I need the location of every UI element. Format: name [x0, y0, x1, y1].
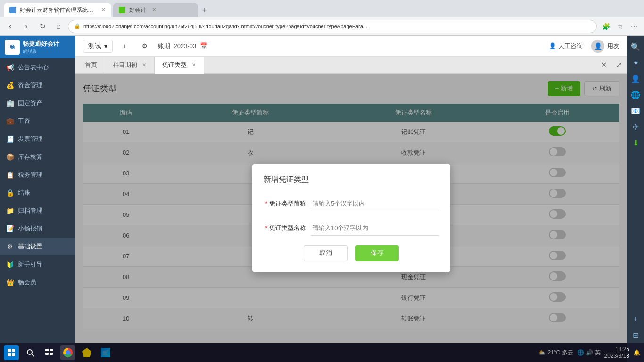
sidebar-item-expense[interactable]: 📝 小畅报销 — [0, 220, 75, 238]
modal-overlay: 新增凭证类型 凭证类型简称 凭证类型名称 取消 保存 — [75, 74, 627, 362]
security-icon: 🔒 — [74, 23, 81, 29]
invoice-icon: 🧾 — [6, 135, 14, 143]
right-outlook-icon[interactable]: 📧 — [628, 104, 643, 118]
logo-text: 畅 — [10, 44, 15, 50]
right-grid-icon[interactable]: ⊞ — [628, 328, 643, 342]
sidebar-item-label-payroll: 工资 — [18, 117, 30, 125]
tab-home-label: 首页 — [85, 61, 97, 69]
tax-icon: 📋 — [6, 171, 14, 179]
taskbar-search-button[interactable] — [23, 345, 38, 360]
user-avatar: 👤 — [591, 40, 604, 53]
sidebar-item-guide[interactable]: 🔰 新手引导 — [0, 255, 75, 273]
new-tab-button[interactable]: + — [198, 4, 211, 17]
tab-title-1: 好会计云财务软件管理系统_会计 — [20, 6, 95, 14]
sidebar-item-archive[interactable]: 📁 归档管理 — [0, 202, 75, 220]
home-button[interactable]: ⌂ — [52, 20, 65, 33]
sidebar-logo: 畅 — [5, 40, 20, 55]
svg-rect-0 — [8, 349, 11, 352]
add-voucher-type-modal: 新增凭证类型 凭证类型简称 凭证类型名称 取消 保存 — [252, 164, 450, 272]
taskbar-task-view-button[interactable] — [41, 345, 57, 360]
taskbar-chrome-button[interactable] — [60, 345, 75, 360]
tab-voucher-type[interactable]: 凭证类型 ✕ — [155, 57, 204, 74]
name-input[interactable] — [311, 221, 439, 236]
forward-button[interactable]: › — [20, 20, 33, 33]
svg-point-4 — [27, 350, 32, 354]
period-label: 账期 — [158, 42, 170, 50]
sidebar-item-close[interactable]: 🔒 结账 — [0, 184, 75, 202]
tab-close-2[interactable]: ✕ — [152, 7, 157, 13]
capital-icon: 💰 — [6, 81, 14, 90]
notification-button[interactable]: 🔔 — [633, 349, 640, 356]
svg-rect-8 — [45, 353, 49, 355]
tab-voucher-type-close[interactable]: ✕ — [191, 62, 196, 68]
inventory-icon: 📦 — [6, 153, 14, 161]
right-star-icon[interactable]: ✦ — [628, 56, 643, 70]
company-selector[interactable]: 测试 ▾ — [83, 40, 113, 53]
extensions-button[interactable]: 🧩 — [600, 20, 612, 33]
modal-footer: 取消 保存 — [264, 245, 439, 261]
tab-home[interactable]: 首页 — [77, 57, 105, 74]
sidebar-item-fixed-assets[interactable]: 🏢 固定资产 — [0, 94, 75, 112]
app-container: 畅 畅捷通好会计 旗舰版 📢 公告表中心 💰 资金管理 🏢 固定资产 💼 — [0, 36, 644, 362]
svg-rect-3 — [12, 353, 15, 356]
save-button[interactable]: 保存 — [355, 245, 399, 261]
sidebar-item-label-tax: 税务管理 — [18, 171, 42, 179]
favorites-button[interactable]: ☆ — [614, 20, 626, 33]
sidebar-item-invoice[interactable]: 🧾 发票管理 — [0, 130, 75, 148]
tab-bar: 好会计云财务软件管理系统_会计 ✕ 好会计 ✕ + — [0, 0, 644, 17]
tab-subject[interactable]: 科目期初 ✕ — [105, 57, 155, 74]
right-add-icon[interactable]: + — [628, 312, 643, 326]
browser-tab-2[interactable]: 好会计 ✕ — [113, 3, 198, 17]
tab-close-1[interactable]: ✕ — [101, 7, 106, 13]
abbr-input[interactable] — [311, 196, 439, 211]
sidebar-item-label-settings: 基础设置 — [18, 242, 42, 251]
fixed-assets-icon: 🏢 — [6, 99, 14, 107]
form-row-abbr: 凭证类型简称 — [264, 196, 439, 211]
sidebar-item-member[interactable]: 👑 畅会员 — [0, 273, 75, 291]
consult-label: 人工咨询 — [558, 42, 583, 50]
back-button[interactable]: ‹ — [4, 20, 17, 33]
tab-title-2: 好会计 — [129, 6, 146, 14]
consult-button[interactable]: 👤 人工咨询 — [544, 40, 587, 52]
sidebar-item-capital[interactable]: 💰 资金管理 — [0, 76, 75, 94]
sidebar-item-payroll[interactable]: 💼 工资 — [0, 112, 75, 130]
minimize-panel-button[interactable]: ✕ — [597, 58, 610, 72]
url-bar[interactable]: 🔒 https://cloud2.chanjet.com/accounting/… — [68, 20, 597, 33]
add-company-button[interactable]: + — [118, 41, 132, 51]
browser-tab-1[interactable]: 好会计云财务软件管理系统_会计 ✕ — [4, 3, 111, 17]
period-display: 账期 2023-03 📅 — [158, 42, 208, 50]
expense-icon: 📝 — [6, 224, 14, 233]
form-label-abbr: 凭证类型简称 — [264, 199, 311, 208]
member-icon: 👑 — [6, 278, 14, 287]
sidebar-item-label-expense: 小畅报销 — [18, 224, 42, 233]
settings-header-button[interactable]: ⚙ — [137, 41, 152, 51]
sidebar-item-inventory[interactable]: 📦 库存核算 — [0, 148, 75, 166]
right-send-icon[interactable]: ✈ — [628, 120, 643, 134]
tab-favicon-2 — [119, 7, 125, 13]
consult-icon: 👤 — [549, 42, 556, 49]
address-bar: ‹ › ↻ ⌂ 🔒 https://cloud2.chanjet.com/acc… — [0, 17, 644, 36]
sidebar-item-settings[interactable]: ⚙ 基础设置 — [0, 238, 75, 255]
sidebar-item-label-inventory: 库存核算 — [18, 153, 42, 161]
gear-icon: ⚙ — [142, 42, 148, 49]
right-search-icon[interactable]: 🔍 — [628, 40, 643, 54]
right-chrome-icon[interactable]: 🌐 — [628, 88, 643, 102]
tab-subject-close[interactable]: ✕ — [142, 62, 147, 68]
right-person-icon[interactable]: 👤 — [628, 72, 643, 86]
browser-menu-button[interactable]: ⋯ — [628, 20, 640, 33]
user-menu[interactable]: 👤 用友 — [591, 40, 619, 53]
header-actions: 👤 人工咨询 👤 用友 — [544, 40, 619, 53]
sidebar-header: 畅 畅捷通好会计 旗舰版 — [0, 36, 75, 58]
start-button[interactable] — [4, 345, 19, 360]
period-value: 2023-03 — [174, 42, 197, 49]
browser-actions: 🧩 ☆ ⋯ — [600, 20, 640, 33]
sidebar-nav: 📢 公告表中心 💰 资金管理 🏢 固定资产 💼 工资 🧾 发票管理 📦 — [0, 58, 75, 344]
right-download-icon[interactable]: ⬇ — [628, 136, 643, 150]
sidebar-item-announcement[interactable]: 📢 公告表中心 — [0, 58, 75, 76]
sidebar-item-tax[interactable]: 📋 税务管理 — [0, 166, 75, 184]
expand-panel-button[interactable]: ⤢ — [612, 58, 625, 72]
cancel-button[interactable]: 取消 — [304, 245, 348, 261]
svg-rect-6 — [45, 349, 49, 351]
sidebar-item-label-member: 畅会员 — [18, 278, 36, 287]
reload-button[interactable]: ↻ — [36, 20, 49, 33]
